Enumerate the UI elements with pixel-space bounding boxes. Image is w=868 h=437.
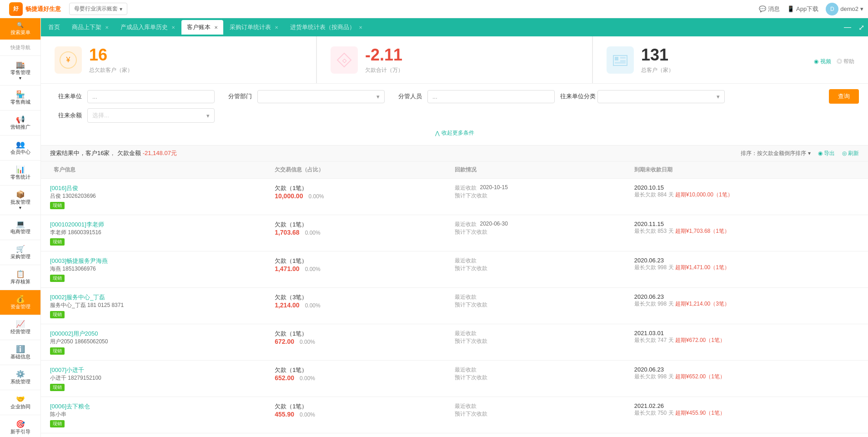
chevron-down-icon: ▾ (376, 93, 380, 100)
tab-minimize-btn[interactable]: — (842, 21, 853, 33)
search-button[interactable]: 查询 (829, 89, 859, 104)
sidebar-item-member[interactable]: 👥 会员中心 (0, 136, 40, 161)
sidebar-item-finance[interactable]: 💰 资金管理 (0, 290, 40, 315)
tab-close-icon[interactable]: ✕ (275, 25, 278, 30)
tab-expand-btn[interactable]: ⤢ (857, 21, 866, 34)
video-btn[interactable]: ◉ 视频 (814, 58, 831, 65)
tab-close-icon[interactable]: ✕ (171, 25, 175, 30)
sidebar-item-purchase[interactable]: 🛒 采购管理 (0, 240, 40, 265)
customer-name-link[interactable]: [0016]吕俊 (50, 185, 78, 191)
export-btn[interactable]: ◉ 导出 (818, 150, 835, 157)
due-date: 2020.11.15 (634, 221, 859, 227)
debt-percent: 0.00% (305, 230, 321, 236)
tab-home[interactable]: 首页 (43, 20, 65, 35)
sidebar-item-enterprise-coop[interactable]: 🤝 企业协同 (0, 390, 40, 415)
sort-select[interactable]: 排序：按欠款金额倒序排序 ▾ (741, 150, 811, 157)
balance-placeholder: 选择... (92, 111, 109, 120)
sidebar-item-new-guide[interactable]: 🎯 新手引导 (0, 415, 40, 437)
sidebar-item-basic-info[interactable]: ℹ️ 基础信息 (0, 340, 40, 365)
payback-cell: 最近收款 预计下次收款 (455, 402, 634, 418)
sidebar-item-batch-mgmt[interactable]: 📦 批发管理 ▼ (0, 186, 40, 215)
collapse-filter-btn[interactable]: ⋀ 收起更多条件 (432, 126, 477, 140)
payback-cell: 最近收款 预计下次收款 (455, 293, 634, 309)
debt-amount: 10,000.00 (275, 192, 303, 200)
overdue-link[interactable]: 超期¥652.00（1笔） (675, 373, 725, 380)
sidebar-item-label: 库存核算 (10, 278, 30, 285)
help-btn[interactable]: ◎ 帮助 (837, 58, 854, 65)
payback-label: 最近收款 (455, 366, 477, 374)
due-date-cell: 2020.06.23 最长欠款 998 天 超期¥652.00（1笔） (634, 366, 859, 381)
search-menu-btn[interactable]: 🔍 搜索菜单 (0, 18, 40, 40)
tab-production[interactable]: 产成品入库单历史 ✕ (115, 20, 181, 35)
company-selector[interactable]: 母婴行业演示账套 ▾ (69, 3, 127, 15)
sidebar-item-retail-stats[interactable]: 📊 零售统计 (0, 161, 40, 186)
sidebar-item-marketing[interactable]: 📢 营销推广 (0, 111, 40, 136)
col-customer-info: 客户信息 (50, 166, 275, 174)
tab-label: 进货单统计表（按商品） (290, 23, 355, 31)
purchase-icon: 🛒 (16, 245, 25, 253)
tab-products[interactable]: 商品上下架 ✕ (66, 20, 114, 35)
customer-name-link[interactable]: [0003]畅捷服务尹海燕 (50, 257, 108, 264)
customer-info-cell: [0016]吕俊 吕俊 13026203696 现销 (50, 184, 275, 209)
results-text: 搜索结果中，客户16家， 欠款金额 -21,148.07元 (50, 149, 177, 157)
dept-select[interactable]: ▾ (257, 90, 385, 103)
debt-customers-value: 16 (89, 45, 133, 65)
debt-amount-icon: ◇ (331, 46, 358, 74)
sidebar-item-retail-mall[interactable]: 🏪 零售商城 (0, 85, 40, 111)
customer-name-link[interactable]: [0002]服务中心_丁磊 (50, 294, 105, 301)
customer-info-cell: [0002]服务中心_丁磊 服务中心_丁磊 181 0125 8371 现销 (50, 293, 275, 318)
debt-amount-value: -2.11 (365, 45, 403, 65)
tab-close-icon[interactable]: ✕ (105, 25, 109, 30)
sidebar-item-inventory[interactable]: 📋 库存核算 (0, 265, 40, 290)
overdue-link[interactable]: 超期¥10,000.00（1笔） (675, 191, 733, 198)
balance-select[interactable]: 选择... ▾ (87, 108, 215, 123)
due-date-cell: 2020.06.23 最长欠款 998 天 超期¥1,471.00（1笔） (634, 257, 859, 271)
customer-phone: 陈小串 (50, 411, 275, 418)
overdue-link[interactable]: 超期¥1,471.00（1笔） (675, 264, 730, 271)
debt-percent: 0.00% (300, 412, 315, 418)
supplier-input[interactable]: ... (87, 90, 215, 103)
marketing-icon: 📢 (16, 115, 25, 124)
classification-select[interactable]: ▾ (597, 90, 725, 103)
overdue-link[interactable]: 超期¥1,703.68（1笔） (675, 228, 730, 234)
results-debt-value: -21,148.07元 (143, 150, 177, 156)
overdue-link[interactable]: 超期¥455.90（1笔） (675, 410, 725, 416)
customer-name-link[interactable]: [000002]用户2050 (50, 330, 98, 337)
customer-name-link[interactable]: [0001020001]李老师 (50, 221, 104, 228)
refresh-btn[interactable]: ◎ 刷新 (842, 150, 859, 157)
user-menu[interactable]: D demo2 ▾ (826, 3, 863, 15)
table-row: [000001]黄思源 黄思源 13552700226 现销 欠款（1笔） 42… (41, 433, 868, 437)
total-customers-label: 总客户（家） (641, 66, 674, 74)
tab-close-icon[interactable]: ✕ (359, 25, 362, 30)
tab-purchase-order[interactable]: 采购订单统计表 ✕ (224, 20, 284, 35)
svg-rect-5 (620, 57, 626, 59)
sort-label: 排序：按欠款金额倒序排序 (741, 150, 806, 157)
customer-tag: 现销 (50, 384, 65, 391)
stat-card-debt-amount: ◇ -2.11 欠款合计（万） (317, 36, 592, 83)
debt-percent: 0.00% (300, 375, 315, 382)
balance-label: 往来余额 (50, 111, 82, 120)
payback-label: 最近收款 (455, 184, 477, 192)
overdue-link[interactable]: 超期¥672.00（1笔） (675, 337, 725, 343)
filter-row-2: 往来余额 选择... ▾ (50, 108, 859, 123)
overdue-link[interactable]: 超期¥1,214.00（3笔） (675, 301, 730, 307)
sidebar-item-business[interactable]: 📈 经营管理 (0, 315, 40, 340)
tab-inbound-stats[interactable]: 进货单统计表（按商品） ✕ (285, 20, 368, 35)
tab-customer-account[interactable]: 客户账本 ✕ (181, 20, 223, 35)
tab-label: 产成品入库单历史 (120, 23, 168, 31)
sidebar-item-quick-nav[interactable]: 快捷导航 (0, 40, 40, 56)
overdue-days: 最长欠款 998 天 超期¥1,471.00（1笔） (634, 264, 859, 271)
message-btn[interactable]: 💬 消息 (759, 5, 780, 13)
customer-name-link[interactable]: [0007]小迸千 (50, 367, 84, 373)
customer-name-link[interactable]: [0006]去下粮仓 (50, 403, 90, 410)
sidebar-item-ecommerce[interactable]: 💻 电商管理 (0, 215, 40, 240)
payback-label: 最近收款 (455, 330, 477, 337)
app-download-btn[interactable]: 📱 App下载 (787, 5, 818, 13)
debt-amount-label: 欠款合计（万） (365, 66, 403, 74)
sidebar-item-system[interactable]: ⚙️ 系统管理 (0, 365, 40, 390)
sidebar-item-retail-mgmt[interactable]: 🏬 零售管理 ▼ (0, 56, 40, 85)
debt-count: 欠款（1笔） (275, 330, 454, 338)
person-input[interactable]: ... (427, 90, 555, 103)
tab-close-icon[interactable]: ✕ (214, 25, 218, 30)
payback-next: 预计下次收款 (455, 228, 634, 236)
